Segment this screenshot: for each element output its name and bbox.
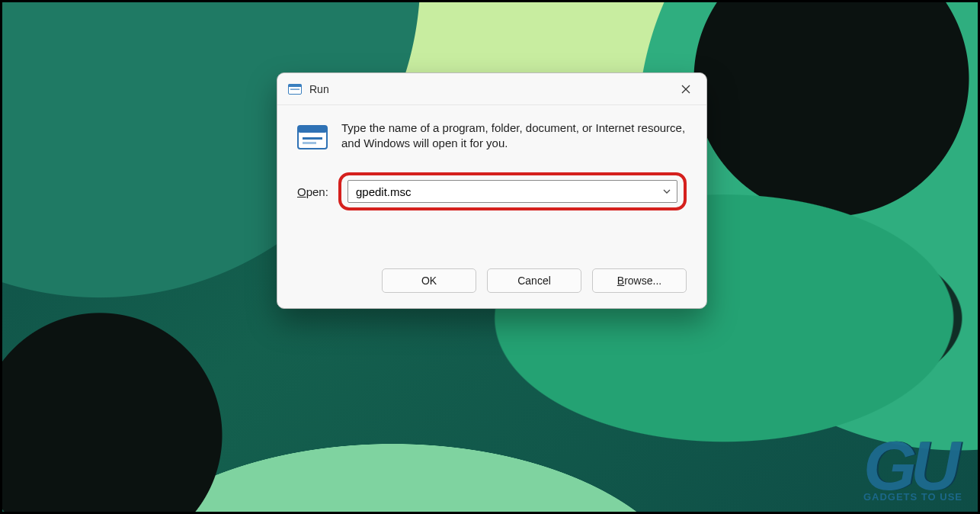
titlebar: Run — [277, 73, 706, 105]
dialog-title: Run — [309, 83, 329, 95]
svg-rect-6 — [298, 126, 327, 133]
run-large-icon — [297, 122, 328, 153]
dialog-description: Type the name of a program, folder, docu… — [341, 120, 687, 152]
watermark-logo: GU GADGETS TO USE — [863, 439, 962, 503]
dialog-body: Type the name of a program, folder, docu… — [277, 105, 706, 246]
browse-button[interactable]: Browse... — [592, 268, 687, 293]
ok-button[interactable]: OK — [382, 268, 476, 293]
open-combobox[interactable] — [347, 180, 677, 203]
close-icon — [681, 85, 690, 94]
watermark-tagline: GADGETS TO USE — [863, 491, 962, 503]
svg-rect-8 — [303, 142, 316, 144]
open-input[interactable] — [348, 185, 657, 198]
svg-rect-7 — [303, 137, 322, 140]
svg-rect-1 — [289, 84, 302, 87]
svg-rect-2 — [290, 88, 299, 89]
input-highlight-annotation — [338, 172, 687, 210]
close-button[interactable] — [668, 74, 703, 104]
run-app-icon — [288, 82, 302, 96]
watermark-letter-u: U — [911, 439, 954, 493]
watermark-letter-g: G — [863, 439, 911, 493]
open-label: Open: — [297, 185, 334, 198]
cancel-button[interactable]: Cancel — [487, 268, 581, 293]
dialog-button-row: OK Cancel Browse... — [277, 268, 706, 308]
run-dialog-window: Run Type the name of a program, folder, … — [277, 72, 707, 309]
chevron-down-icon[interactable] — [657, 181, 677, 202]
